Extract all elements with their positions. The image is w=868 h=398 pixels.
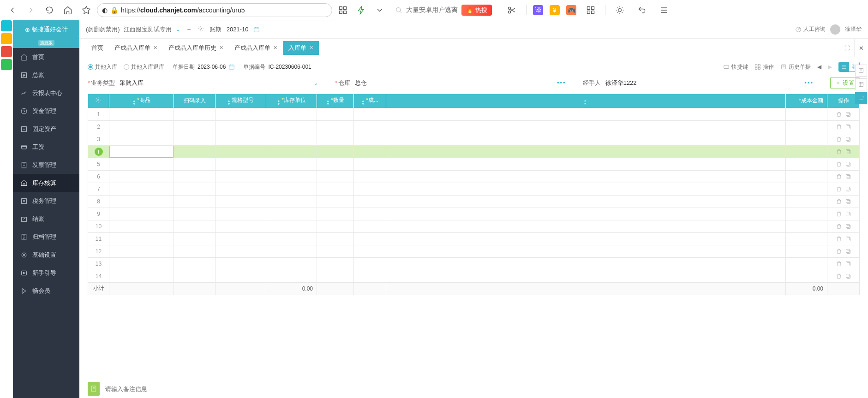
svg-rect-9 [587,11,590,13]
reload-button[interactable] [42,2,57,18]
address-bar[interactable]: ◐ 🔒 https://cloud.chanjet.com/accounting… [97,3,332,17]
hot-search[interactable]: 大量安卓用户逃离 🔥热搜 [395,5,492,16]
url-text: https://cloud.chanjet.com/accounting/uru… [121,6,245,14]
scissors-icon[interactable] [504,2,520,18]
undo-icon[interactable] [634,2,650,18]
svg-rect-7 [587,6,590,9]
svg-point-11 [618,8,622,12]
ext-wallet-icon[interactable]: ¥ [550,5,560,15]
svg-rect-8 [592,6,594,9]
favorite-button[interactable] [78,2,94,18]
svg-rect-10 [592,11,594,13]
hot-search-text: 大量安卓用户逃离 [406,6,458,14]
svg-rect-0 [340,6,342,9]
apps-icon[interactable] [583,2,599,18]
browser-toolbar: ◐ 🔒 https://cloud.chanjet.com/accounting… [0,0,868,20]
dropdown-button[interactable] [372,2,388,18]
site-info-icon: ◐ [102,6,108,14]
svg-rect-3 [344,11,347,13]
qr-icon[interactable] [335,2,351,18]
browser-extensions: 译 ¥ 🎮 [504,2,672,18]
svg-rect-1 [344,6,347,9]
menu-icon[interactable] [656,2,672,18]
flash-icon[interactable] [353,2,369,18]
home-button[interactable] [60,2,76,18]
svg-point-4 [396,7,401,12]
svg-rect-2 [340,11,342,13]
theme-icon[interactable] [612,2,628,18]
ext-game-icon[interactable]: 🎮 [566,5,576,15]
lock-icon: 🔒 [110,6,118,14]
hot-badge: 🔥热搜 [461,5,492,16]
forward-button[interactable] [23,2,39,18]
ext-translate-icon[interactable]: 译 [533,5,543,15]
search-icon [395,6,402,14]
back-button[interactable] [5,2,20,18]
